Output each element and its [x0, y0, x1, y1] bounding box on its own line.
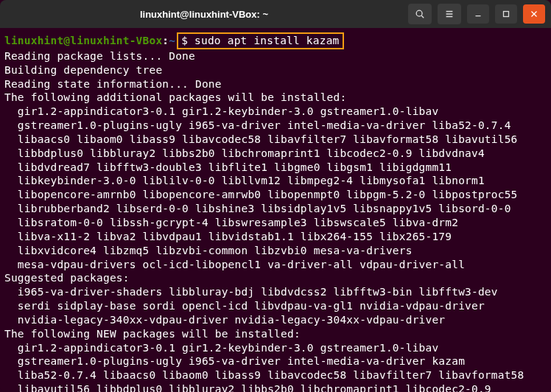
maximize-icon [501, 9, 511, 19]
menu-button[interactable] [438, 4, 461, 24]
maximize-button[interactable] [495, 4, 517, 24]
minimize-button[interactable] [467, 4, 489, 24]
close-button[interactable] [523, 4, 545, 24]
terminal-output: Reading package lists... Done Building d… [4, 50, 524, 392]
highlighted-command: $ sudo apt install kazam [177, 32, 343, 49]
search-icon [415, 9, 425, 19]
svg-point-0 [416, 10, 422, 16]
terminal-body[interactable]: linuxhint@linuxhint-VBox:~$ sudo apt ins… [0, 28, 551, 392]
svg-rect-6 [504, 12, 509, 17]
terminal-window: linuxhint@linuxhint-VBox: ~ [0, 0, 551, 392]
hamburger-icon [444, 9, 455, 19]
svg-line-1 [421, 15, 424, 18]
close-icon [529, 9, 539, 19]
search-button[interactable] [408, 4, 432, 24]
window-title: linuxhint@linuxhint-VBox: ~ [140, 9, 268, 20]
prompt-user-host: linuxhint@linuxhint-VBox [4, 35, 162, 46]
minimize-icon [473, 9, 483, 19]
prompt-separator: : [162, 35, 169, 46]
titlebar: linuxhint@linuxhint-VBox: ~ [0, 0, 551, 28]
prompt-path: ~ [169, 35, 175, 46]
